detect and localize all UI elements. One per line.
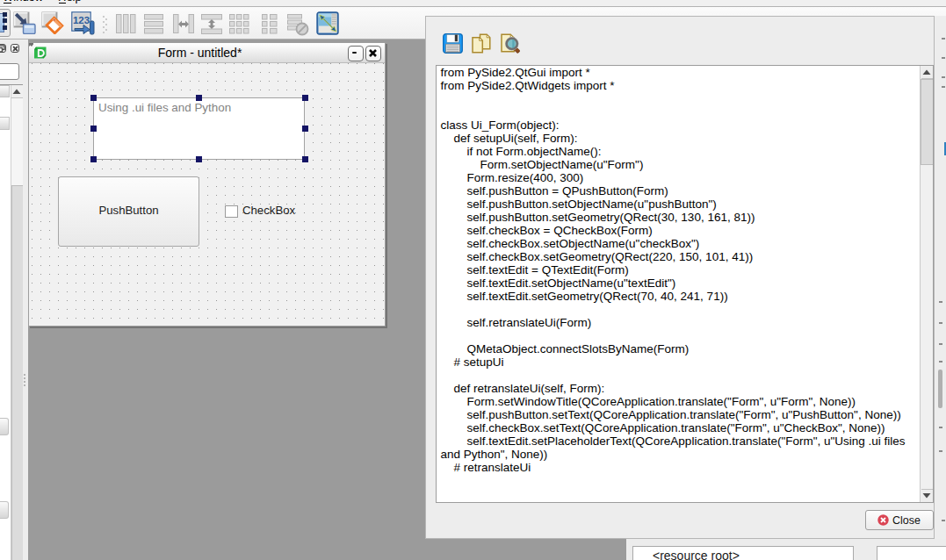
- svg-text:123: 123: [73, 15, 90, 25]
